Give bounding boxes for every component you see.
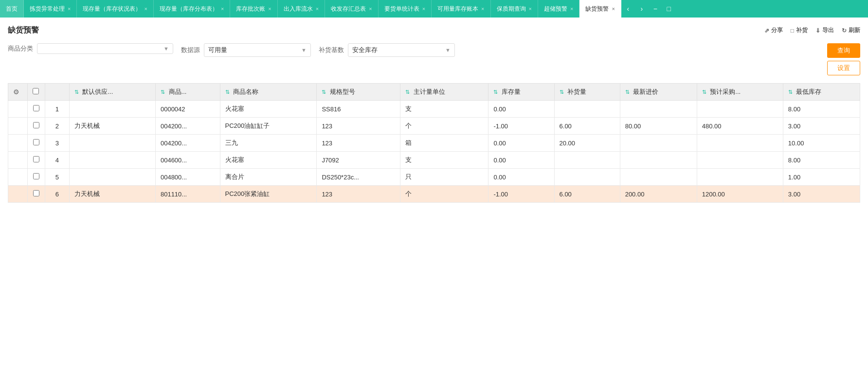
th-gear[interactable]: ⚙	[8, 84, 28, 101]
gear-icon[interactable]: ⚙	[13, 88, 19, 96]
th-latest-price[interactable]: ⇅ 最新进价	[620, 84, 697, 101]
tab-close-quehuo[interactable]: ×	[612, 6, 615, 12]
replenish-base-label: 补货基数	[319, 46, 344, 54]
cell-spec-0: SS816	[317, 101, 400, 118]
cell-replenish-2: 20.00	[554, 135, 620, 152]
cell-goods-code-3: 004600...	[155, 152, 220, 169]
cell-stock-3: 0.00	[488, 152, 554, 169]
datasource-select[interactable]: 可用量 ▼	[204, 43, 311, 57]
row-checkbox-0[interactable]	[33, 105, 39, 111]
tab-close-kupici[interactable]: ×	[268, 6, 271, 12]
tab-maximize-button[interactable]: □	[662, 0, 676, 18]
cell-estimate-buy-2	[697, 135, 783, 152]
cell-unit-0: 支	[400, 101, 488, 118]
cell-check-5[interactable]	[28, 186, 45, 203]
tab-close-churu[interactable]: ×	[316, 6, 319, 12]
tab-xianzun1[interactable]: 现存量（库存状况表） ×	[77, 0, 153, 18]
tab-xianzun2[interactable]: 现存量（库存分布表） ×	[154, 0, 230, 18]
cell-spec-3: J7092	[317, 152, 400, 169]
cell-spec-2: 123	[317, 135, 400, 152]
replenish-base-select[interactable]: 安全库存 ▼	[348, 43, 455, 57]
tab-quehuo[interactable]: 缺货预警 ×	[579, 0, 621, 18]
cell-num-1: 2	[45, 118, 70, 135]
cell-estimate-buy-3	[697, 152, 783, 169]
th-unit[interactable]: ⇅ 主计量单位	[400, 84, 488, 101]
cell-replenish-3	[554, 152, 620, 169]
cell-supplier-4	[69, 169, 155, 186]
replenish-base-filter-group: 补货基数 安全库存 ▼	[319, 43, 455, 57]
settings-button[interactable]: 设置	[827, 61, 860, 75]
cell-supplier-3	[69, 152, 155, 169]
tab-shoudun[interactable]: 收发存汇总表 ×	[325, 0, 378, 18]
cell-goods-code-1: 004200...	[155, 118, 220, 135]
cell-estimate-buy-0	[697, 101, 783, 118]
row-checkbox-5[interactable]	[33, 190, 39, 196]
row-checkbox-2[interactable]	[33, 139, 39, 145]
th-goods-name[interactable]: ⇅ 商品名称	[220, 84, 317, 101]
tab-prev-button[interactable]: ‹	[621, 0, 635, 18]
tab-close-taiyi[interactable]: ×	[68, 6, 71, 12]
tab-churu[interactable]: 出入库流水 ×	[278, 0, 325, 18]
tab-baozhiqi[interactable]: 保质期查询 ×	[491, 0, 538, 18]
th-min-stock[interactable]: ⇅ 最低库存	[783, 84, 860, 101]
tab-minimize-button[interactable]: −	[649, 0, 662, 18]
select-all-checkbox[interactable]	[33, 88, 39, 94]
tab-close-xianzun1[interactable]: ×	[144, 6, 147, 12]
cell-goods-code-0: 0000042	[155, 101, 220, 118]
cell-min-stock-5: 3.00	[783, 186, 860, 203]
th-estimate-buy[interactable]: ⇅ 预计采购...	[697, 84, 783, 101]
cell-check-0[interactable]	[28, 101, 45, 118]
tab-taiyi[interactable]: 拣货异常处理 ×	[24, 0, 77, 18]
tab-close-xianzun2[interactable]: ×	[221, 6, 224, 12]
tab-close-yaohuo[interactable]: ×	[422, 6, 425, 12]
th-replenish[interactable]: ⇅ 补货量	[554, 84, 620, 101]
cell-min-stock-2: 10.00	[783, 135, 860, 152]
cell-min-stock-0: 8.00	[783, 101, 860, 118]
tab-kupici[interactable]: 库存批次账 ×	[230, 0, 277, 18]
cell-check-2[interactable]	[28, 135, 45, 152]
th-goods-code[interactable]: ⇅ 商品...	[155, 84, 220, 101]
cell-supplier-5: 力天机械	[69, 186, 155, 203]
refresh-button[interactable]: ↻ 刷新	[842, 26, 860, 35]
tab-chaocun[interactable]: 超储预警 ×	[538, 0, 579, 18]
export-button[interactable]: ⇓ 导出	[815, 26, 834, 35]
tab-close-keyong[interactable]: ×	[481, 6, 484, 12]
th-checkbox[interactable]	[28, 84, 45, 101]
query-button[interactable]: 查询	[827, 43, 860, 58]
cell-check-4[interactable]	[28, 169, 45, 186]
cell-unit-3: 支	[400, 152, 488, 169]
tab-close-shoudun[interactable]: ×	[369, 6, 372, 12]
th-spec[interactable]: ⇅ 规格型号	[317, 84, 400, 101]
cell-min-stock-1: 3.00	[783, 118, 860, 135]
tab-keyong[interactable]: 可用量库存账本 ×	[432, 0, 490, 18]
tab-home[interactable]: 首页	[0, 0, 24, 18]
cell-gear-1	[8, 118, 28, 135]
share-button[interactable]: ⇗ 分享	[764, 26, 783, 35]
row-checkbox-4[interactable]	[33, 173, 39, 179]
th-supplier[interactable]: ⇅ 默认供应...	[69, 84, 155, 101]
cell-stock-2: 0.00	[488, 135, 554, 152]
cell-check-1[interactable]	[28, 118, 45, 135]
category-select[interactable]: ▼	[37, 43, 173, 54]
datasource-filter-group: 数据源 可用量 ▼	[181, 43, 311, 57]
th-stock[interactable]: ⇅ 库存量	[488, 84, 554, 101]
tab-yaohuo[interactable]: 要货单统计表 ×	[379, 0, 432, 18]
cell-latest-price-5: 200.00	[620, 186, 697, 203]
page-title-row: 缺货预警 ⇗ 分享 □ 补货 ⇓ 导出 ↻ 刷新	[8, 25, 860, 35]
cell-estimate-buy-1: 480.00	[697, 118, 783, 135]
replenish-button[interactable]: □ 补货	[791, 26, 808, 35]
cell-goods-code-2: 004200...	[155, 135, 220, 152]
cell-latest-price-2	[620, 135, 697, 152]
cell-gear-4	[8, 169, 28, 186]
cell-num-5: 6	[45, 186, 70, 203]
cell-num-0: 1	[45, 101, 70, 118]
tab-close-chaocun[interactable]: ×	[570, 6, 573, 12]
row-checkbox-1[interactable]	[33, 122, 39, 128]
cell-check-3[interactable]	[28, 152, 45, 169]
sort-supplier-icon: ⇅	[74, 89, 79, 95]
row-checkbox-3[interactable]	[33, 156, 39, 162]
category-label: 商品分类	[8, 44, 33, 53]
tab-next-button[interactable]: ›	[635, 0, 649, 18]
tab-close-baozhiqi[interactable]: ×	[529, 6, 532, 12]
table-row: 2 力天机械 004200... PC200油缸缸子 123 个 -1.00 6…	[8, 118, 860, 135]
